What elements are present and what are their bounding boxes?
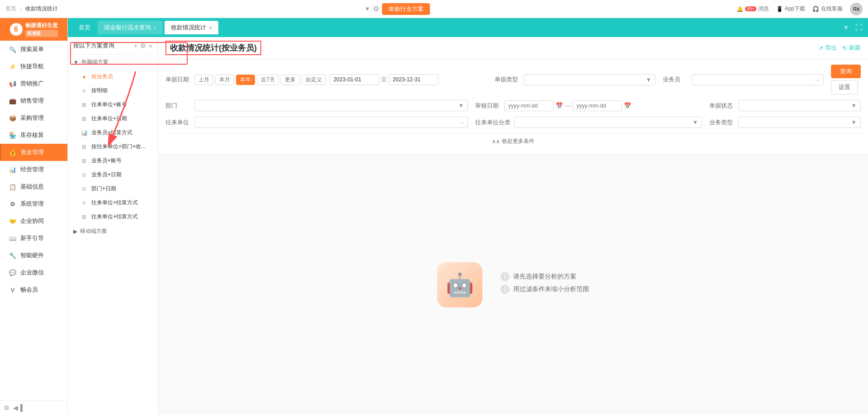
tab-bank-close[interactable]: × <box>154 25 156 30</box>
date-from-input[interactable] <box>330 74 379 85</box>
biz-type-dropdown[interactable]: ▼ <box>738 117 861 128</box>
scheme-item-salesman[interactable]: ● 按业务员 <box>68 70 158 84</box>
voucher-type-dropdown[interactable]: ▼ <box>524 74 656 85</box>
sidebar-item-sales[interactable]: 💼 销售管理 <box>0 92 67 109</box>
voucher-status-arrow: ▼ <box>851 102 857 109</box>
scheme-item-unit-settle2[interactable]: ⊞ 往来单位+结算方式 <box>68 210 158 224</box>
tab-close-all[interactable]: × <box>842 22 850 33</box>
review-date-label: 审核日期 <box>475 102 500 110</box>
scheme-item-detail[interactable]: ≡ 按明细 <box>68 84 158 98</box>
sidebar-item-inventory[interactable]: 🏪 库存核算 <box>0 127 67 144</box>
tab-bar-actions: × ⛶ <box>842 22 864 33</box>
app-download-btn[interactable]: 📱 App下载 <box>776 5 805 13</box>
sidebar-item-quicknav[interactable]: ⚡ 快捷导航 <box>0 58 67 75</box>
counterpart-dropdown[interactable]: ··· <box>194 117 468 128</box>
date-quick-btns: 上月 本月 本年 近7天 更多 自定义 <box>194 75 326 85</box>
review-date-to[interactable] <box>572 100 622 111</box>
review-date-from[interactable] <box>504 100 554 111</box>
sidebar-item-member[interactable]: V 畅会员 <box>0 281 67 298</box>
mobile-group-label: 移动端方案 <box>80 227 107 235</box>
btn-7days[interactable]: 近7天 <box>257 75 279 85</box>
step-1-text: 请先选择要分析的方案 <box>513 273 576 281</box>
export-btn[interactable]: ↗ 导出 <box>818 44 837 52</box>
voucher-status-dropdown[interactable]: ▼ <box>738 100 861 111</box>
finance-icon: 💰 <box>9 149 17 156</box>
trial-btn[interactable]: 体验行业方案 <box>382 3 430 15</box>
left-panel: 按以下方案查询 + ⚙ « ▼ 电脑端方案 ● 按业务员 <box>68 37 158 415</box>
scheme-item-dept-date[interactable]: ⊙ 部门+日期 <box>68 182 158 196</box>
empty-step-2: 2 用过滤条件来缩小分析范围 <box>500 285 589 294</box>
scheme-item-unit-account[interactable]: ⊞ 往来单位+账号 <box>68 98 158 112</box>
right-content: 收款情况统计(按业务员) ↗ 导出 ↻ 刷新 <box>158 37 868 415</box>
scheme-settings-btn[interactable]: ⚙ <box>140 42 146 49</box>
sidebar-item-operations[interactable]: 📊 经营管理 <box>0 161 67 178</box>
empty-steps: 1 请先选择要分析的方案 2 用过滤条件来缩小分析范围 <box>500 272 589 297</box>
export-label: 导出 <box>825 44 837 52</box>
tab-bank-flow[interactable]: 现金银行流水查询 × <box>98 21 163 34</box>
salesman-dropdown[interactable]: ··· <box>692 74 824 85</box>
guide-icon: 📖 <box>9 235 17 242</box>
refresh-btn[interactable]: ↻ 刷新 <box>842 44 861 52</box>
calendar-to-icon[interactable]: 📅 <box>624 102 631 109</box>
dept-dropdown[interactable]: ▼ <box>194 100 468 111</box>
tab-receipt-stats[interactable]: 收款情况统计 × <box>165 21 218 34</box>
btn-this-month[interactable]: 本月 <box>215 75 234 85</box>
scheme-item-unit-dept[interactable]: ⊞ 按往来单位+部门+收... <box>68 140 158 154</box>
group-arrow-mobile: ▶ <box>73 228 77 235</box>
sidebar-item-finance[interactable]: 💰 资金管理 <box>0 144 67 161</box>
logo-icon: 6 <box>10 23 23 36</box>
online-service-label: 在线客服 <box>821 5 843 13</box>
btn-custom-date[interactable]: 自定义 <box>302 75 326 85</box>
tab-bank-label: 现金银行流水查询 <box>104 24 151 32</box>
settings-gear[interactable]: ⚙ <box>373 5 379 13</box>
left-panel-title: 按以下方案查询 <box>73 42 114 50</box>
online-service-btn[interactable]: 🎧 在线客服 <box>812 5 843 13</box>
btn-this-year[interactable]: 本年 <box>236 75 255 85</box>
settings-filter-btn[interactable]: 设置 <box>831 80 858 94</box>
query-btn[interactable]: 查询 <box>831 65 861 78</box>
btn-more-dates[interactable]: 更多 <box>281 75 300 85</box>
dropdown-arrow[interactable]: ▼ <box>364 5 370 12</box>
system-icon: ⚙ <box>9 201 17 208</box>
page-header: 收款情况统计(按业务员) ↗ 导出 ↻ 刷新 <box>158 37 868 59</box>
tab-maximize[interactable]: ⛶ <box>854 22 864 33</box>
date-to-input[interactable] <box>389 74 439 85</box>
nav-label-sales: 销售管理 <box>20 97 44 105</box>
refresh-icon: ↻ <box>842 45 847 52</box>
member-icon: V <box>9 287 17 293</box>
sidebar-item-basic[interactable]: 📋 基础信息 <box>0 178 67 195</box>
sidebar-item-marketing[interactable]: 📢 营销推广 <box>0 75 67 92</box>
sidebar-item-search[interactable]: 🔍 搜索菜单 <box>0 41 67 58</box>
add-scheme-btn[interactable]: + <box>134 42 137 49</box>
counterpart-category-dropdown[interactable]: ▼ <box>514 117 702 128</box>
collapse-sidebar-btn[interactable]: ◀▐ <box>13 404 23 411</box>
scheme-item-unit-settle1[interactable]: ≡ 往来单位+结算方式 <box>68 196 158 210</box>
sidebar-item-wechat[interactable]: 💬 企业微信 <box>0 264 67 281</box>
purchase-icon: 📦 <box>9 115 17 122</box>
sidebar-item-purchase[interactable]: 📦 采购管理 <box>0 109 67 127</box>
collapse-up-icon: ∧∧ <box>492 138 500 145</box>
sidebar-item-system[interactable]: ⚙ 系统管理 <box>0 195 67 212</box>
notification-btn[interactable]: 🔔 99+ 消息 <box>736 5 769 13</box>
scheme-item-salesman-account[interactable]: ⊞ 业务员+账号 <box>68 154 158 168</box>
calendar-from-icon[interactable]: 📅 <box>556 102 563 109</box>
sidebar-item-hardware[interactable]: 🔧 智能硬件 <box>0 247 67 264</box>
scheme-item-salesman-date[interactable]: ⊙ 业务员+日期 <box>68 168 158 182</box>
scheme-item-salesman-settle[interactable]: 📊 业务员+结算方式 <box>68 126 158 140</box>
user-avatar[interactable]: Rit <box>850 3 863 15</box>
search-icon: 🔍 <box>9 46 17 53</box>
filter-row-2: 部门 ▼ 审核日期 📅 — <box>165 100 861 111</box>
scheme-item-unit-date[interactable]: ⊞ 往来单位+日期 <box>68 112 158 126</box>
collapse-filter-btn[interactable]: ∧∧ 收起更多条件 <box>165 133 861 149</box>
desktop-scheme-group[interactable]: ▼ 电脑端方案 <box>68 55 158 70</box>
settings-btn[interactable]: ⚙ <box>4 404 9 411</box>
tab-receipt-close[interactable]: × <box>209 25 212 30</box>
sidebar-item-guide[interactable]: 📖 新手引导 <box>0 230 67 247</box>
sidebar-item-collab[interactable]: 🤝 企业协同 <box>0 212 67 230</box>
btn-last-month[interactable]: 上月 <box>194 75 213 85</box>
collapse-panel-btn[interactable]: « <box>149 42 152 49</box>
date-separator: 至 <box>381 75 387 84</box>
mobile-scheme-group[interactable]: ▶ 移动端方案 <box>68 224 158 239</box>
tab-home[interactable]: 首页 <box>71 20 98 35</box>
left-panel-actions: + ⚙ « <box>134 42 152 49</box>
